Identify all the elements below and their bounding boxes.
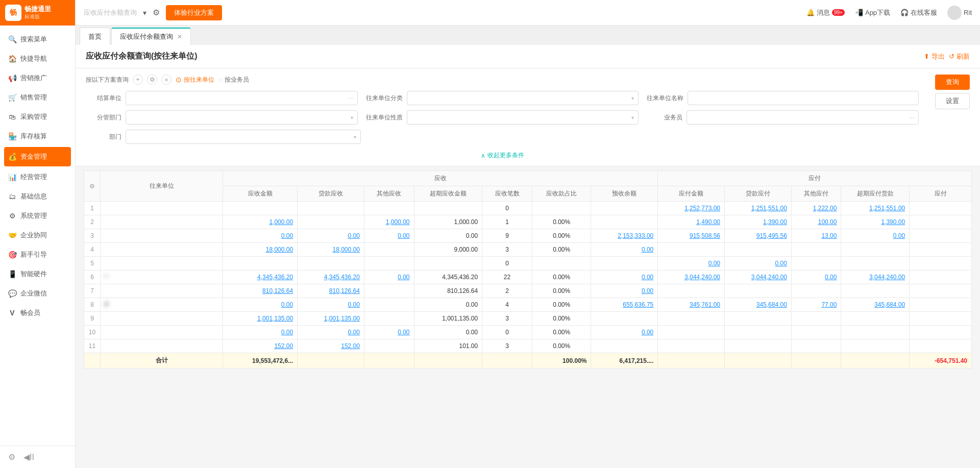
cell-value: 0.00 [591,326,658,339]
scheme-by-unit[interactable]: ⊙ 按往来单位 [176,76,214,84]
collapse-button[interactable]: ∧ 收起更多条件 [86,151,919,160]
sidebar-item-vip[interactable]: V 畅会员 [0,303,75,323]
sidebar-item-corp[interactable]: 🤝 企业协同 [0,226,75,245]
cell-value [841,284,910,298]
tab-bar: 首页 应收应付余额查询 ✕ [76,26,980,45]
headset-icon: 🎧 [900,9,909,16]
cell-value: 1,252,773.00 [658,202,725,215]
unit-nature-input[interactable]: ▾ [407,110,638,125]
cell-value [414,257,482,270]
cell-value: 0.00 [298,229,364,243]
total-value [84,353,101,368]
cell-value [364,202,414,215]
tab-ar-ap[interactable]: 应收应付余额查询 ✕ [111,28,191,45]
sidebar-item-operation[interactable]: 📊 经营管理 [0,167,75,187]
table-row: 7810,126.64810,126.64810,126.6420.00%0.0… [84,284,972,298]
query-button[interactable]: 查询 [935,75,970,90]
user-profile[interactable]: Rit [947,6,972,20]
sidebar-item-purchase[interactable]: 🛍 采购管理 [0,107,75,127]
cell-value: 0.00 [591,270,658,284]
sidebar-item-hardware[interactable]: 📱 智能硬件 [0,264,75,284]
sidebar-item-inventory[interactable]: 🏪 库存核算 [0,127,75,146]
gear-icon[interactable]: ⚙ [153,8,160,17]
logo-name: 畅捷通里 [24,5,51,13]
department-input[interactable]: ▾ [126,130,361,144]
dept-input[interactable]: ▾ [126,110,358,125]
notice-button[interactable]: 🔔 消息 99+ [806,8,845,17]
sidebar: 畅 畅捷通里 标准版 🔍 搜索菜单 🏠 快捷导航 📢 营销推广 🛒 销售管理 🛍… [0,0,76,468]
cell-value: 0.00 [414,229,482,243]
marketing-icon: 📢 [8,74,16,82]
sidebar-item-basic[interactable]: 🗂 基础信息 [0,187,75,206]
cell-value: 345,684.00 [841,298,910,312]
dropdown-icon[interactable]: ▾ [143,9,146,17]
settings-icon[interactable]: ⚙ [8,452,15,462]
cell-value: 77.00 [791,298,841,312]
cell-value [532,202,591,215]
unit-name-input[interactable] [688,91,919,105]
cell-value [910,326,972,339]
sidebar-item-label: 智能硬件 [20,269,47,279]
filter-field-department: 部门 ▾ [86,130,361,144]
row-number: 11 [84,339,101,353]
main-content: 应收应付余额查询(按往来单位) ⬆ 导出 ↺ 刷新 按以下方案查询 + ⚙ « [76,45,980,468]
tab-home[interactable]: 首页 [80,28,110,45]
online-service-button[interactable]: 🎧 在线客服 [900,8,937,17]
user-avatar [947,6,962,20]
cell-value [841,257,910,270]
sidebar-item-guide[interactable]: 🎯 新手引导 [0,245,75,264]
sidebar-item-system[interactable]: ⚙ 系统管理 [0,206,75,226]
purchase-icon: 🛍 [8,113,16,121]
solution-button[interactable]: 体验行业方案 [166,5,222,20]
guide-icon: 🎯 [8,251,16,259]
cell-value [591,257,658,270]
sidebar-item-finance[interactable]: 💰 资金管理 [4,147,71,166]
system-icon: ⚙ [8,212,16,220]
sidebar-item-wechat[interactable]: 💬 企业微信 [0,284,75,303]
table-row: 30.000.000.000.0090.00%2,153,333.00915,5… [84,229,972,243]
salesman-input[interactable]: ··· [687,110,919,125]
row-number: 8 [84,298,101,312]
collapse-icon[interactable]: ◀II [23,452,34,462]
home-icon: 🏠 [8,55,16,63]
col-header: 超期应付货款 [841,186,910,202]
unit-name [101,284,223,298]
cell-value [791,312,841,326]
cell-value: 0.00 [223,326,298,339]
sidebar-item-search[interactable]: 🔍 搜索菜单 [0,30,75,49]
cell-value: 4,345,436.20 [414,270,482,284]
table-row: 91,001,135.001,001,135.001,001,135.0030.… [84,312,972,326]
department-label: 部门 [86,133,121,141]
unit-category-input[interactable]: ▾ [407,91,638,105]
table-row: 418,000.0018,000.009,000.0030.00%0.00 [84,243,972,257]
set-button[interactable]: 设置 [935,93,970,109]
settings-col[interactable]: ⚙ [84,171,101,202]
settlement-input[interactable]: ··· [126,91,358,105]
col-header: 其他应收 [364,186,414,202]
table-row: 100.000.000.000.0000.00%0.00 [84,326,972,339]
add-scheme-button[interactable]: + [133,75,143,85]
refresh-button[interactable]: ↺ 刷新 [949,52,970,61]
sidebar-item-quick[interactable]: 🏠 快捷导航 [0,49,75,68]
cell-value: 18,000.00 [223,243,298,257]
sidebar-item-marketing[interactable]: 📢 营销推广 [0,68,75,88]
dept-label: 分管部门 [86,113,121,122]
scheme-by-salesman[interactable]: ○ 按业务员 [218,76,249,84]
col-header: 贷款应付 [725,186,792,202]
app-download-button[interactable]: 📲 App下载 [855,8,890,17]
table-row: 11152.00152.00101.0030.00% [84,339,972,353]
cell-value [910,257,972,270]
export-button[interactable]: ⬆ 导出 [924,52,945,61]
refresh-icon: ↺ [949,53,954,60]
total-value: 6,417,215.... [591,353,658,368]
cell-value: 1,000.00 [364,215,414,229]
finance-icon: 💰 [8,153,16,161]
cell-value: 1,001,135.00 [414,312,482,326]
sidebar-item-sales[interactable]: 🛒 销售管理 [0,88,75,107]
tab-close-icon[interactable]: ✕ [177,33,182,40]
collapse-scheme-button[interactable]: « [161,75,172,85]
bell-icon: 🔔 [806,9,815,16]
cell-value [841,243,910,257]
cell-value [910,243,972,257]
settings-scheme-button[interactable]: ⚙ [147,75,157,85]
